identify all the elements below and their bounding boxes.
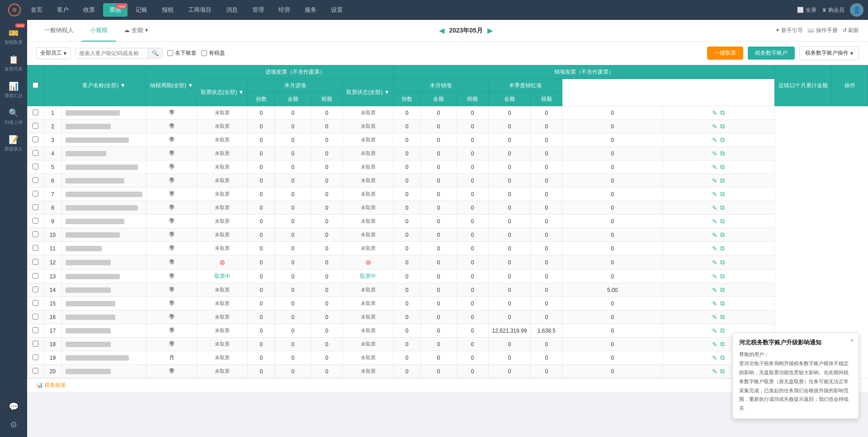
edit-icon[interactable]: ✎ (712, 136, 717, 144)
sidebar-item-invoice-open[interactable]: 📋 发票开具 (1, 51, 26, 76)
tab-all[interactable]: ☁ 全能 ▾ (116, 20, 156, 42)
nav-settings[interactable]: 设置 (325, 3, 349, 17)
edit-icon[interactable]: ✎ (712, 164, 717, 171)
row-checkbox[interactable] (33, 327, 38, 333)
copy-icon[interactable]: ⧉ (720, 273, 725, 280)
tax-digital-ops-btn[interactable]: 税务数字账户操作 ▾ (799, 46, 859, 60)
member-btn[interactable]: ♛ 购会员 (822, 6, 844, 14)
nav-service[interactable]: 服务 (298, 3, 323, 17)
td-checkbox[interactable] (28, 255, 44, 270)
copy-icon[interactable]: ⧉ (720, 150, 725, 157)
nav-receive[interactable]: 收票 (77, 3, 101, 17)
tax-policy-link[interactable]: 📊 税务政策 (36, 381, 66, 389)
edit-icon[interactable]: ✎ (712, 123, 717, 130)
sidebar-bottom-icon2[interactable]: ⚙ (7, 417, 20, 432)
th-incoming-status[interactable]: 取票状态(全部) ▼ (197, 79, 248, 106)
row-checkbox[interactable] (33, 368, 38, 374)
register-checkbox[interactable] (167, 50, 173, 56)
copy-icon[interactable]: ⧉ (720, 231, 725, 239)
td-checkbox[interactable] (28, 174, 44, 188)
th-client-name[interactable]: 客户名称(全部) ▼ (62, 66, 146, 106)
edit-icon[interactable]: ✎ (712, 273, 717, 280)
td-checkbox[interactable] (28, 310, 44, 324)
row-checkbox[interactable] (33, 287, 38, 292)
tax-disk-checkbox[interactable] (201, 50, 207, 56)
edit-icon[interactable]: ✎ (712, 287, 717, 294)
td-checkbox[interactable] (28, 270, 44, 283)
row-checkbox[interactable] (33, 123, 38, 129)
edit-icon[interactable]: ✎ (712, 327, 717, 334)
edit-icon[interactable]: ✎ (712, 218, 717, 225)
row-checkbox[interactable] (33, 300, 38, 306)
row-checkbox[interactable] (33, 354, 38, 360)
sidebar-item-scan[interactable]: 🔍 扫描上传 (1, 104, 26, 129)
edit-icon[interactable]: ✎ (712, 109, 717, 117)
row-checkbox[interactable] (33, 150, 38, 156)
copy-icon[interactable]: ⧉ (720, 109, 725, 117)
copy-icon[interactable]: ⧉ (720, 122, 725, 130)
notification-close-btn[interactable]: × (850, 337, 854, 344)
copy-icon[interactable]: ⧉ (720, 136, 725, 144)
row-checkbox[interactable] (33, 341, 38, 347)
edit-icon[interactable]: ✎ (712, 191, 717, 198)
user-avatar[interactable]: 👤 (850, 3, 863, 17)
sidebar-item-summary[interactable]: 📊 票据汇总 (1, 78, 26, 103)
td-checkbox[interactable] (28, 160, 44, 174)
row-checkbox[interactable] (33, 177, 38, 183)
td-checkbox[interactable] (28, 201, 44, 215)
nav-home[interactable]: 首页 (24, 3, 49, 17)
td-checkbox[interactable] (28, 283, 44, 297)
td-checkbox[interactable] (28, 324, 44, 338)
row-checkbox[interactable] (33, 245, 38, 251)
edit-icon[interactable]: ✎ (712, 354, 717, 362)
nav-client[interactable]: 客户 (51, 3, 75, 17)
copy-icon[interactable]: ⧉ (720, 190, 725, 198)
copy-icon[interactable]: ⧉ (720, 367, 725, 375)
search-button[interactable]: 🔍 (148, 48, 162, 58)
td-checkbox[interactable] (28, 133, 44, 147)
th-outgoing-status[interactable]: 取票状态(全部) ▼ (343, 79, 393, 106)
td-checkbox[interactable] (28, 106, 44, 120)
td-checkbox[interactable] (28, 338, 44, 351)
td-checkbox[interactable] (28, 365, 44, 378)
row-checkbox[interactable] (33, 231, 38, 237)
td-checkbox[interactable] (28, 351, 44, 365)
edit-icon[interactable]: ✎ (712, 150, 717, 157)
employee-selector[interactable]: 全部员工 ▾ (36, 47, 71, 59)
td-checkbox[interactable] (28, 147, 44, 160)
edit-icon[interactable]: ✎ (712, 177, 717, 184)
edit-icon[interactable]: ✎ (712, 259, 717, 266)
td-checkbox[interactable] (28, 228, 44, 242)
sidebar-item-smart-ticket[interactable]: 🎫 智能取票 new (1, 24, 26, 49)
row-checkbox[interactable] (33, 204, 38, 210)
manual-btn[interactable]: 📖 操作手册 (807, 27, 837, 34)
copy-icon[interactable]: ⧉ (720, 244, 725, 252)
tax-disk-checkbox-label[interactable]: 有税盘 (201, 49, 225, 57)
row-checkbox[interactable] (33, 191, 38, 197)
td-checkbox[interactable] (28, 242, 44, 255)
tab-general-taxpayer[interactable]: 一般纳税人 (36, 20, 82, 42)
nav-message[interactable]: 消息 (220, 3, 244, 17)
edit-icon[interactable]: ✎ (712, 245, 717, 252)
row-checkbox[interactable] (33, 273, 38, 279)
period-prev-btn[interactable]: ◀ (439, 26, 444, 35)
copy-icon[interactable]: ⧉ (720, 163, 725, 171)
edit-icon[interactable]: ✎ (712, 231, 717, 239)
copy-icon[interactable]: ⧉ (720, 177, 725, 184)
edit-icon[interactable]: ✎ (712, 204, 717, 211)
fullscreen-btn[interactable]: ⬜ 全屏 (797, 6, 816, 14)
one-click-ticket-btn[interactable]: 一键取票 (707, 47, 743, 60)
td-checkbox[interactable] (28, 215, 44, 228)
nav-tax[interactable]: 报税 (156, 3, 180, 17)
sidebar-item-entry[interactable]: 📝 票据录入 (1, 131, 26, 156)
th-period-type[interactable]: 纳税周期(全部) ▼ (146, 66, 197, 106)
copy-icon[interactable]: ⧉ (720, 313, 725, 321)
nav-operation[interactable]: 经营 (272, 3, 297, 17)
search-input[interactable] (75, 48, 148, 58)
nav-business[interactable]: 工商项目 (182, 3, 218, 17)
row-checkbox[interactable] (33, 218, 38, 224)
tab-small-scale[interactable]: 小规模 (82, 20, 116, 42)
refresh-btn[interactable]: ↺ 刷新 (842, 27, 859, 34)
register-checkbox-label[interactable]: 名下账套 (167, 49, 197, 57)
new-guide-btn[interactable]: ✦ 新手引导 (775, 27, 803, 34)
